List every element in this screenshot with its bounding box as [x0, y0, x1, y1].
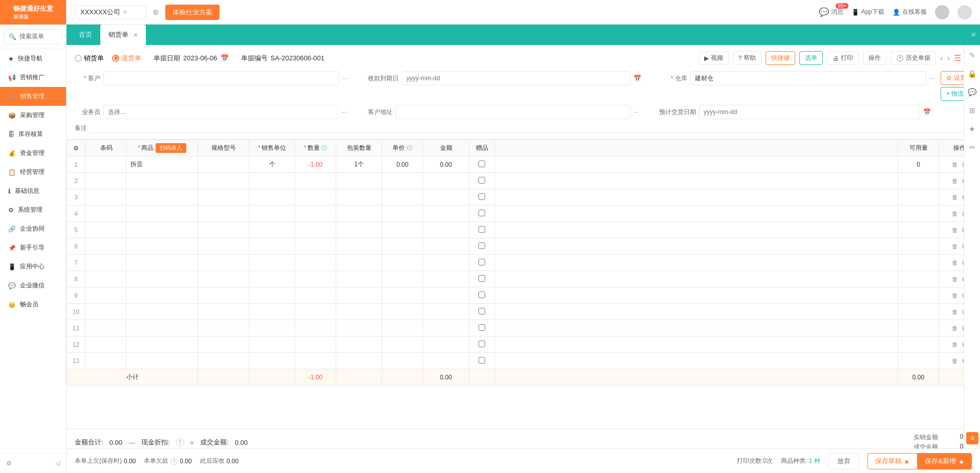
cell-product-11[interactable]	[126, 320, 198, 336]
cell-qty-13[interactable]	[295, 353, 336, 369]
cell-qty-6[interactable]	[295, 238, 336, 255]
cell-barcode-4[interactable]	[85, 206, 126, 222]
avatar-2[interactable]	[957, 5, 972, 19]
cell-qty-7[interactable]	[295, 255, 336, 271]
cell-spec-13[interactable]	[198, 353, 249, 369]
gift-checkbox-4[interactable]	[478, 210, 485, 216]
cell-spec-7[interactable]	[198, 255, 249, 271]
cell-gift-7[interactable]	[469, 255, 495, 271]
cell-unit-price-9[interactable]	[382, 287, 423, 304]
expected-calendar-icon[interactable]: 📅	[923, 108, 931, 116]
sidebar-item-system[interactable]: ⚙ 系统管理	[0, 200, 66, 219]
sidebar-item-basic[interactable]: ℹ 基础信息	[0, 182, 66, 200]
cell-product-1[interactable]: 拆贡	[126, 156, 198, 173]
cell-spec-1[interactable]	[198, 156, 249, 173]
cell-barcode-2[interactable]	[85, 173, 126, 189]
sidebar-item-purchase[interactable]: 📦 采购管理	[0, 106, 66, 125]
tab-home[interactable]: 首页	[71, 25, 100, 45]
tab-close-icon[interactable]: ×	[134, 31, 138, 39]
sidebar-settings-icon[interactable]: ⚙	[6, 460, 12, 467]
sidebar-item-member[interactable]: 👑 畅会员	[0, 295, 66, 314]
cell-barcode-5[interactable]	[85, 222, 126, 238]
cell-product-10[interactable]	[126, 304, 198, 320]
gift-checkbox-10[interactable]	[478, 308, 485, 314]
cell-qty-10[interactable]	[295, 304, 336, 320]
cell-spec-8[interactable]	[198, 271, 249, 287]
cell-unit-price-7[interactable]	[382, 255, 423, 271]
addr-dots[interactable]: ···	[634, 108, 639, 116]
right-panel-lock-icon[interactable]: 🔒	[966, 67, 978, 80]
scan-btn[interactable]: 扫码录入	[156, 143, 186, 153]
sidebar-item-operations[interactable]: 📋 经营管理	[0, 163, 66, 182]
cell-unit-price-13[interactable]	[382, 353, 423, 369]
cell-barcode-9[interactable]	[85, 287, 126, 304]
sidebar-item-enterprise[interactable]: 🔗 企业协同	[0, 219, 66, 238]
cell-gift-4[interactable]	[469, 206, 495, 222]
tab-close-all-icon[interactable]: ×	[971, 30, 976, 39]
next-page-icon[interactable]: ›	[947, 54, 950, 63]
trial-btn[interactable]: 体验行业方案	[165, 5, 220, 20]
delete-icon-13[interactable]: 🗑	[952, 357, 958, 365]
list-view-icon[interactable]: ☰	[954, 53, 961, 63]
gift-checkbox-9[interactable]	[478, 291, 485, 298]
discard-btn[interactable]: 放弃	[829, 453, 859, 469]
cell-gift-3[interactable]	[469, 189, 495, 206]
delete-icon-11[interactable]: 🗑	[952, 325, 958, 332]
cell-spec-4[interactable]	[198, 206, 249, 222]
salesperson-dots[interactable]: ···	[341, 108, 346, 116]
sidebar-item-sales[interactable]: 🛒 销售管理	[0, 87, 66, 106]
right-panel-bottom-icon[interactable]: ≡	[966, 432, 978, 444]
action-operate[interactable]: 操作	[863, 51, 886, 65]
cell-barcode-13[interactable]	[85, 353, 126, 369]
cell-product-3[interactable]	[126, 189, 198, 206]
cell-gift-6[interactable]	[469, 238, 495, 255]
cell-qty-12[interactable]	[295, 336, 336, 353]
save-draft-btn[interactable]: 保存草稿 ▲	[867, 453, 918, 469]
cell-qty-3[interactable]	[295, 189, 336, 206]
cell-spec-2[interactable]	[198, 173, 249, 189]
header-gear-icon[interactable]: ⚙	[153, 8, 159, 16]
cell-barcode-6[interactable]	[85, 238, 126, 255]
warehouse-dots[interactable]: ···	[929, 75, 934, 82]
sidebar-item-guide[interactable]: 📌 新手引导	[0, 238, 66, 257]
cell-gift-11[interactable]	[469, 320, 495, 336]
gift-checkbox-11[interactable]	[478, 324, 485, 331]
cell-product-8[interactable]	[126, 271, 198, 287]
cell-spec-3[interactable]	[198, 189, 249, 206]
cell-qty-9[interactable]	[295, 287, 336, 304]
save-new-btn[interactable]: 保存&新增 ▲	[918, 453, 972, 469]
gift-checkbox-6[interactable]	[478, 242, 485, 249]
cell-product-13[interactable]	[126, 353, 198, 369]
cell-unit-price-11[interactable]	[382, 320, 423, 336]
online-service-container[interactable]: 👤 在线客服	[892, 8, 927, 16]
app-download-container[interactable]: 📱 App下载	[852, 8, 884, 16]
delete-icon-5[interactable]: 🗑	[952, 227, 958, 234]
gift-checkbox-8[interactable]	[478, 275, 485, 282]
delete-icon-12[interactable]: 🗑	[952, 341, 958, 348]
cell-spec-5[interactable]	[198, 222, 249, 238]
qty-info-icon[interactable]: ⓘ	[321, 145, 327, 151]
sidebar-item-quick-nav[interactable]: ★ 快捷导航	[0, 49, 66, 68]
customer-dots[interactable]: ···	[342, 75, 347, 82]
cell-gift-12[interactable]	[469, 336, 495, 353]
sidebar-item-finance[interactable]: 💰 资金管理	[0, 144, 66, 163]
avatar[interactable]	[935, 5, 949, 19]
cell-unit-price-8[interactable]	[382, 271, 423, 287]
cell-unit-price-12[interactable]	[382, 336, 423, 353]
gift-checkbox-5[interactable]	[478, 226, 485, 233]
due-date-input[interactable]	[402, 71, 630, 85]
cell-spec-11[interactable]	[198, 320, 249, 336]
tab-sales-order[interactable]: 销货单 ×	[100, 25, 146, 45]
company-selector[interactable]: XXXXXX公司 ▾	[75, 5, 146, 19]
cell-barcode-12[interactable]	[85, 336, 126, 353]
action-video[interactable]: ▶ 视频	[699, 51, 729, 65]
message-icon-container[interactable]: 💬 消息 99+	[819, 7, 843, 17]
cell-gift-8[interactable]	[469, 271, 495, 287]
cell-product-6[interactable]	[126, 238, 198, 255]
cell-product-2[interactable]	[126, 173, 198, 189]
cell-unit-price-3[interactable]	[382, 189, 423, 206]
cell-gift-13[interactable]	[469, 353, 495, 369]
salesperson-input[interactable]	[103, 105, 338, 119]
action-print[interactable]: 🖨 打印	[827, 51, 859, 65]
right-panel-edit-icon[interactable]: ✎	[966, 49, 978, 61]
